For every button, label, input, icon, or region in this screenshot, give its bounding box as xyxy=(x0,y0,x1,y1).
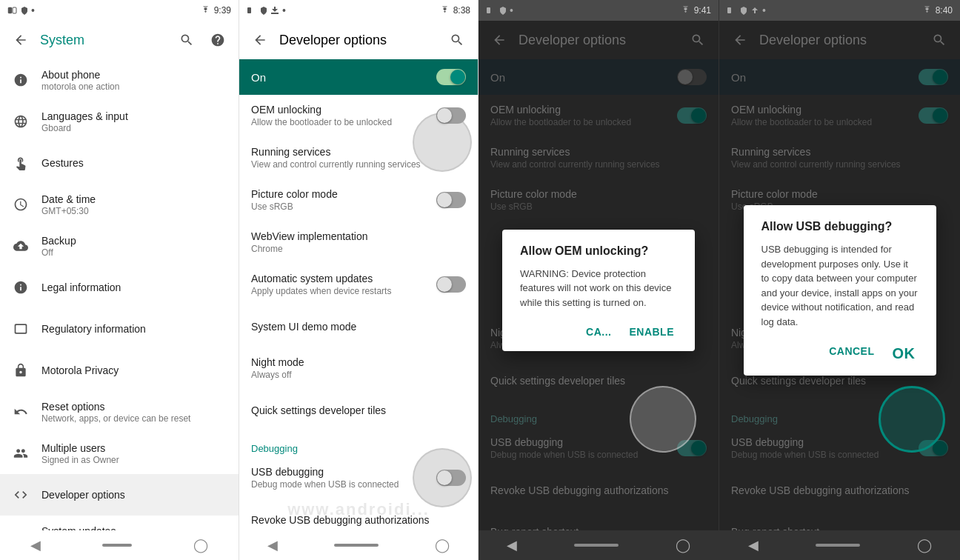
dev-row-qs-tiles[interactable]: Quick settings developer tiles xyxy=(239,390,478,431)
sidebar-item-datetime[interactable]: Date & time GMT+05:30 xyxy=(0,184,239,225)
backup-text: Backup Off xyxy=(41,235,227,258)
sidebar-item-reset[interactable]: Reset options Network, apps, or device c… xyxy=(0,391,239,433)
sidebar-item-regulatory[interactable]: Regulatory information xyxy=(0,308,239,350)
oem-enable-button[interactable]: Enable xyxy=(626,321,677,342)
usb-cancel-button[interactable]: Cancel xyxy=(826,341,877,367)
sidebar-item-sys-updates[interactable]: System updates Updated to Android 9 xyxy=(0,516,239,530)
multiple-users-subtitle: Signed in as Owner xyxy=(41,455,227,465)
dev-row-revoke-usb[interactable]: Revoke USB debugging authorizations xyxy=(239,499,478,530)
about-title: About phone xyxy=(41,69,227,81)
oem-toggle-thumb xyxy=(437,108,452,123)
back-nav-dev2[interactable]: ◀ xyxy=(507,537,517,553)
home-nav-pill[interactable] xyxy=(102,544,132,547)
usb-debug-text: USB debugging Debug mode when USB is con… xyxy=(251,466,436,490)
svg-rect-5 xyxy=(727,7,731,13)
nav-bar-system: ◀ ◯ xyxy=(0,530,239,560)
scroll-dev2 xyxy=(574,544,619,547)
back-nav-dev3[interactable]: ◀ xyxy=(748,537,759,553)
gestures-title: Gestures xyxy=(41,157,227,169)
picture-color-toggle[interactable] xyxy=(436,192,466,208)
picture-color-title: Picture color mode xyxy=(251,188,436,200)
legal-text: Legal information xyxy=(41,281,227,293)
recents-nav-dev2[interactable]: ◯ xyxy=(676,537,690,553)
revoke-usb-title: Revoke USB debugging authorizations xyxy=(251,514,466,526)
usb-dialog-overlay: Allow USB debugging? USB debugging is in… xyxy=(719,21,960,530)
picture-color-thumb xyxy=(437,193,452,207)
oem-sub: Allow the bootloader to be unlocked xyxy=(251,117,436,127)
backup-icon xyxy=(12,237,30,255)
usb-dialog-title: Allow USB debugging? xyxy=(761,220,919,233)
sim1-icon-dev2 xyxy=(486,6,496,15)
dev-row-webview[interactable]: WebView implementation Chrome xyxy=(239,221,478,264)
dev1-title: Developer options xyxy=(279,33,438,48)
system-title: System xyxy=(40,33,167,48)
back-button-system[interactable] xyxy=(9,28,33,52)
system-settings-list: About phone motorola one action Language… xyxy=(0,59,239,530)
on-off-row-dev1[interactable]: On xyxy=(239,59,478,95)
scroll-dev3 xyxy=(816,544,860,547)
dev-options-icon xyxy=(12,486,30,504)
status-bar-dev1: • 8:38 xyxy=(239,0,478,21)
sidebar-item-moto-privacy[interactable]: Motorola Privacy xyxy=(0,350,239,391)
dev-row-sysui-demo[interactable]: System UI demo mode xyxy=(239,306,478,347)
time-dev2: 9:41 xyxy=(694,5,711,16)
sidebar-item-languages[interactable]: Languages & input Gboard xyxy=(0,101,239,142)
back-button-dev1[interactable] xyxy=(248,28,272,52)
enable-circle-highlight xyxy=(630,386,696,453)
system-panel: • 9:39 System About phone motorola one a… xyxy=(0,0,239,560)
recents-nav-dev3[interactable]: ◯ xyxy=(917,537,932,553)
wifi-icon-dev3 xyxy=(921,6,933,15)
dev-row-night-mode[interactable]: Night mode Always off xyxy=(239,347,478,390)
reset-text: Reset options Network, apps, or device c… xyxy=(41,401,227,424)
sidebar-item-dev-options[interactable]: Developer options xyxy=(0,474,239,516)
on-toggle-dev1[interactable] xyxy=(436,69,466,85)
svg-rect-1 xyxy=(13,7,16,13)
usb-debug-toggle[interactable] xyxy=(436,470,466,486)
dev-options-panel-1: • 8:38 Developer options On OEM unlockin… xyxy=(239,0,479,560)
back-nav-dev1[interactable]: ◀ xyxy=(267,537,278,553)
qs-tiles-text: Quick settings developer tiles xyxy=(251,404,466,416)
dev-row-picture-color[interactable]: Picture color mode Use sRGB xyxy=(239,179,478,221)
oem-toggle[interactable] xyxy=(436,107,466,124)
recents-nav-icon[interactable]: ◯ xyxy=(193,537,208,553)
sidebar-item-multiple-users[interactable]: Multiple users Signed in as Owner xyxy=(0,433,239,474)
dev-row-usb-debug[interactable]: USB debugging Debug mode when USB is con… xyxy=(239,457,478,499)
usb-debug-sub: Debug mode when USB is connected xyxy=(251,479,436,490)
reset-icon xyxy=(12,403,30,421)
recents-nav-dev1[interactable]: ◯ xyxy=(435,537,450,553)
status-right: 9:39 xyxy=(200,5,231,16)
sidebar-item-legal[interactable]: Legal information xyxy=(0,267,239,308)
languages-title: Languages & input xyxy=(41,110,227,122)
time-dev3: 8:40 xyxy=(936,5,953,16)
status-right-dev2: 9:41 xyxy=(680,5,711,16)
search-button-dev1[interactable] xyxy=(445,28,469,52)
svg-rect-2 xyxy=(247,7,251,13)
sysui-demo-title: System UI demo mode xyxy=(251,321,466,333)
usb-ok-button[interactable]: OK xyxy=(890,341,919,367)
app-bar-system: System xyxy=(0,21,239,59)
datetime-text: Date & time GMT+05:30 xyxy=(41,193,227,216)
picture-color-sub: Use sRGB xyxy=(251,201,436,212)
auto-updates-toggle[interactable] xyxy=(436,276,466,293)
sidebar-item-backup[interactable]: Backup Off xyxy=(0,225,239,267)
ok-circle-highlight xyxy=(879,386,945,453)
help-button-system[interactable] xyxy=(206,28,230,52)
oem-dialog-actions: Ca... Enable xyxy=(520,321,677,342)
back-nav-icon[interactable]: ◀ xyxy=(30,537,41,553)
dev-row-auto-updates[interactable]: Automatic system updates Apply updates w… xyxy=(239,264,478,306)
search-button-system[interactable] xyxy=(175,28,199,52)
dev-row-oem[interactable]: OEM unlocking Allow the bootloader to be… xyxy=(239,95,478,137)
usb-dialog-actions: Cancel OK xyxy=(761,341,919,367)
oem-text: OEM unlocking Allow the bootloader to be… xyxy=(251,104,436,127)
datetime-title: Date & time xyxy=(41,193,227,205)
sidebar-item-gestures[interactable]: Gestures xyxy=(0,142,239,184)
scroll-dev1 xyxy=(334,544,379,547)
dev-options-text: Developer options xyxy=(41,489,227,501)
night-mode-sub: Always off xyxy=(251,370,466,380)
oem-cancel-button[interactable]: Ca... xyxy=(583,321,614,342)
datetime-subtitle: GMT+05:30 xyxy=(41,206,227,216)
sidebar-item-about[interactable]: About phone motorola one action xyxy=(0,59,239,101)
backup-subtitle: Off xyxy=(41,247,227,258)
dev-row-running[interactable]: Running services View and control curren… xyxy=(239,137,478,179)
webview-title: WebView implementation xyxy=(251,230,466,242)
